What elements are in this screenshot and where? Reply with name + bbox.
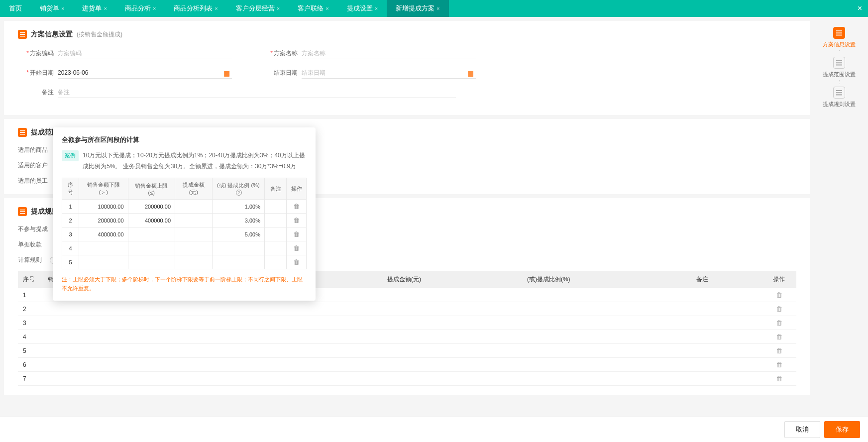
tab-purchase[interactable]: 进货单× xyxy=(73,0,115,17)
svg-rect-15 xyxy=(836,90,842,91)
label-receipt: 单据收款 xyxy=(18,240,42,249)
tier-table-row[interactable]: 7🗑 xyxy=(18,372,796,386)
label-no-commission: 不参与提成 xyxy=(18,225,48,233)
trash-icon[interactable]: 🗑 xyxy=(293,244,300,252)
th-lower: 销售金额下限 (＞) xyxy=(79,178,128,200)
label-applicable-products: 适用的商品 xyxy=(18,146,48,154)
svg-rect-12 xyxy=(836,60,842,61)
th-op: 操作 xyxy=(287,178,307,200)
label-start-date: *开始日期 xyxy=(18,69,58,77)
close-icon[interactable]: × xyxy=(215,0,217,17)
plan-name-input[interactable] xyxy=(302,48,476,59)
end-date-input[interactable] xyxy=(302,67,476,79)
example-table-row: 3400000.005.00%🗑 xyxy=(62,227,307,241)
start-date-input[interactable] xyxy=(58,67,232,79)
svg-rect-3 xyxy=(20,130,25,131)
close-icon[interactable]: × xyxy=(277,0,280,17)
calendar-icon[interactable]: ▦ xyxy=(467,69,474,77)
svg-rect-13 xyxy=(836,62,842,63)
svg-rect-8 xyxy=(20,213,25,214)
trash-icon[interactable]: 🗑 xyxy=(293,203,300,210)
list-icon xyxy=(18,207,27,216)
tier-table-row[interactable]: 6🗑 xyxy=(18,358,796,372)
panel-subtitle: (按销售金额提成) xyxy=(77,30,122,39)
trash-icon[interactable]: 🗑 xyxy=(776,375,782,382)
trash-icon[interactable]: 🗑 xyxy=(776,333,782,340)
th-remark: 备注 xyxy=(691,271,761,288)
nav-step-scope[interactable]: 提成范围设置 xyxy=(814,57,864,78)
svg-rect-1 xyxy=(20,34,25,35)
th-ratio: (或)提成比例(%) xyxy=(522,271,692,288)
question-icon[interactable]: ? xyxy=(236,190,242,196)
tab-new-commission-plan[interactable]: 新增提成方案× xyxy=(387,0,448,17)
th-ratio: (或) 提成比例 (%)? xyxy=(212,178,264,200)
example-text: 10万元以下无提成；10-20万元提成比例为1%；20-40万提成比例为3%；4… xyxy=(83,150,307,172)
label-plan-name: *方案名称 xyxy=(262,49,302,58)
example-table: 序号 销售金额下限 (＞) 销售金额上限 (≤) 提成金额 (元) (或) 提成… xyxy=(62,178,307,269)
close-all-icon[interactable]: × xyxy=(858,4,862,13)
tab-customer-tier[interactable]: 客户分层经营× xyxy=(227,0,289,17)
example-table-row: 5🗑 xyxy=(62,255,307,269)
list-icon xyxy=(18,30,27,39)
list-icon xyxy=(833,87,845,99)
close-icon[interactable]: × xyxy=(153,0,156,17)
svg-rect-11 xyxy=(836,35,842,36)
tab-sales[interactable]: 销货单× xyxy=(31,0,73,17)
connector: ⋮ xyxy=(837,79,842,86)
nav-step-info[interactable]: 方案信息设置 xyxy=(814,27,864,48)
svg-rect-17 xyxy=(836,95,842,96)
close-icon[interactable]: × xyxy=(436,0,439,17)
svg-rect-10 xyxy=(836,32,842,33)
th-upper: 销售金额上限 (≤) xyxy=(128,178,175,200)
close-icon[interactable]: × xyxy=(375,0,378,17)
tier-table-row[interactable]: 2🗑 xyxy=(18,302,796,316)
popover-title: 全额参与所在区间段的计算 xyxy=(62,135,307,144)
tab-commission-settings[interactable]: 提成设置× xyxy=(338,0,387,17)
svg-rect-9 xyxy=(836,30,842,31)
close-icon[interactable]: × xyxy=(326,0,328,17)
trash-icon[interactable]: 🗑 xyxy=(776,347,782,354)
trash-icon[interactable]: 🗑 xyxy=(776,291,782,299)
label-plan-code: *方案编码 xyxy=(18,49,58,58)
svg-rect-16 xyxy=(836,92,842,93)
trash-icon[interactable]: 🗑 xyxy=(776,361,782,368)
th-amount: 提成金额 (元) xyxy=(175,178,213,200)
list-icon xyxy=(833,57,845,69)
example-table-row: 4🗑 xyxy=(62,241,307,255)
panel-plan-info: 方案信息设置 (按销售金额提成) *方案编码 *方案名称 *开始日期 ▦ xyxy=(4,21,810,115)
example-popover: 全额参与所在区间段的计算 案例 10万元以下无提成；10-20万元提成比例为1%… xyxy=(53,127,316,301)
nav-step-rules[interactable]: 提成规则设置 xyxy=(814,87,864,108)
remark-input[interactable] xyxy=(58,87,456,98)
svg-rect-14 xyxy=(836,65,842,66)
label-applicable-customers: 适用的客户 xyxy=(18,161,48,170)
trash-icon[interactable]: 🗑 xyxy=(293,217,300,224)
trash-icon[interactable]: 🗑 xyxy=(776,305,782,313)
tier-table-row[interactable]: 4🗑 xyxy=(18,330,796,344)
calendar-icon[interactable]: ▦ xyxy=(223,69,230,77)
svg-rect-0 xyxy=(20,32,25,33)
close-icon[interactable]: × xyxy=(61,0,64,17)
label-applicable-staff: 适用的员工 xyxy=(18,177,48,185)
tab-home[interactable]: 首页 xyxy=(0,0,31,17)
tier-table-row[interactable]: 5🗑 xyxy=(18,344,796,358)
example-tag: 案例 xyxy=(62,150,79,161)
label-remark: 备注 xyxy=(18,88,58,97)
tab-product-analysis[interactable]: 商品分析× xyxy=(116,0,165,17)
popover-note: 注：上限必须大于下限；多个阶梯时，下一个阶梯下限要等于前一阶梯上限；不同行之间下… xyxy=(62,275,307,293)
trash-icon[interactable]: 🗑 xyxy=(293,230,300,238)
close-icon[interactable]: × xyxy=(104,0,107,17)
trash-icon[interactable]: 🗑 xyxy=(776,319,782,327)
trash-icon[interactable]: 🗑 xyxy=(293,258,300,266)
tab-product-analysis-list[interactable]: 商品分析列表× xyxy=(165,0,226,17)
plan-code-input[interactable] xyxy=(58,48,232,59)
example-table-row: 2200000.00400000.003.00%🗑 xyxy=(62,214,307,227)
list-icon xyxy=(18,128,27,137)
th-seq: 序号 xyxy=(62,178,79,200)
connector: ⋮ xyxy=(837,49,842,56)
tab-customer-contact[interactable]: 客户联络× xyxy=(289,0,337,17)
svg-rect-4 xyxy=(20,132,25,133)
svg-rect-6 xyxy=(20,210,25,211)
tier-table-row[interactable]: 3🗑 xyxy=(18,316,796,330)
label-calc-rule: 计算规则 xyxy=(18,256,42,264)
list-icon xyxy=(833,27,845,39)
